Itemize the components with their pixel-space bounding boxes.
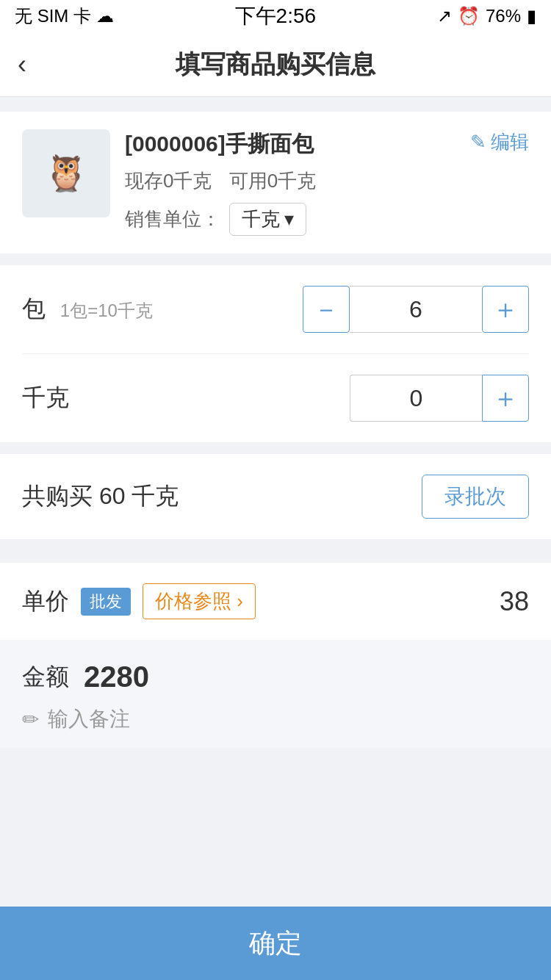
kg-plus-button[interactable]: ＋ [482, 375, 529, 422]
product-info: [0000006]手撕面包 现存0千克 可用0千克 销售单位： 千克 ▾ [125, 129, 529, 236]
status-bar: 无 SIM 卡 ☁ 下午2:56 ↗ ⏰ 76% ▮ [0, 0, 551, 32]
remark-row[interactable]: ✏ 输入备注 [22, 705, 529, 733]
unit-label: 销售单位： [125, 206, 220, 232]
nav-bar: ‹ 填写商品购买信息 [0, 32, 551, 97]
price-ref-button[interactable]: 价格参照 › [143, 583, 256, 619]
amount-row: 金额 2280 [22, 660, 529, 693]
edit-button[interactable]: ✎ 编辑 [470, 129, 529, 155]
kg-qty-input[interactable] [350, 375, 482, 422]
product-name: [0000006]手撕面包 [125, 129, 529, 159]
location-icon: ↗ [437, 6, 452, 26]
amount-value: 2280 [84, 660, 149, 693]
back-button[interactable]: ‹ [18, 49, 26, 80]
sim-status: 无 SIM 卡 ☁ [15, 4, 114, 28]
page-content: 🦉 [0000006]手撕面包 现存0千克 可用0千克 销售单位： 千克 ▾ ✎… [0, 112, 551, 980]
price-row: 单价 批发 价格参照 › 38 [22, 583, 529, 619]
confirm-button[interactable]: 确定 [0, 907, 551, 980]
status-right: ↗ ⏰ 76% ▮ [437, 6, 536, 26]
product-stock: 现存0千克 可用0千克 [125, 168, 529, 194]
product-thumbnail-icon: 🦉 [44, 153, 88, 194]
separator [0, 539, 551, 551]
bao-quantity-row: 包 1包=10千克 － ＋ [22, 265, 529, 354]
bao-label-area: 包 1包=10千克 [22, 293, 153, 325]
price-value: 38 [500, 586, 529, 617]
kg-quantity-row: 千克 ＋ [22, 354, 529, 442]
bao-qty-control: － ＋ [303, 286, 529, 333]
alarm-icon: ⏰ [458, 6, 480, 26]
bao-minus-button[interactable]: － [303, 286, 350, 333]
quantity-section: 包 1包=10千克 － ＋ 千克 ＋ [0, 265, 551, 442]
unit-value: 千克 [242, 206, 280, 232]
kg-qty-control: ＋ [350, 375, 529, 422]
available-value: 可用0千克 [229, 170, 316, 192]
product-image: 🦉 [22, 129, 110, 217]
product-unit-row: 销售单位： 千克 ▾ [125, 203, 529, 236]
price-label: 单价 [22, 586, 69, 618]
amount-label: 金额 [22, 661, 69, 693]
bao-label: 包 [22, 295, 46, 322]
page-title: 填写商品购买信息 [176, 48, 375, 82]
product-card: 🦉 [0000006]手撕面包 现存0千克 可用0千克 销售单位： 千克 ▾ ✎… [0, 112, 551, 253]
stock-value: 现存0千克 [125, 170, 212, 192]
batch-button[interactable]: 录批次 [422, 475, 529, 519]
status-time: 下午2:56 [235, 2, 317, 30]
remark-label: 输入备注 [48, 705, 130, 733]
battery-text: 76% [486, 6, 521, 26]
remark-icon: ✏ [22, 707, 39, 732]
price-badge: 批发 [81, 588, 131, 616]
kg-label: 千克 [22, 384, 69, 411]
edit-label: 编辑 [491, 129, 529, 155]
bao-qty-input[interactable] [350, 286, 482, 333]
status-left: 无 SIM 卡 ☁ [15, 4, 114, 28]
bao-hint: 1包=10千克 [60, 300, 153, 320]
battery-icon: ▮ [527, 6, 536, 26]
edit-icon: ✎ [470, 131, 486, 154]
dropdown-icon: ▾ [284, 208, 294, 231]
total-text: 共购买 60 千克 [22, 480, 179, 513]
amount-section: 金额 2280 ✏ 输入备注 [0, 640, 551, 748]
unit-select[interactable]: 千克 ▾ [229, 203, 306, 236]
price-section: 单价 批发 价格参照 › 38 [0, 563, 551, 640]
total-section: 共购买 60 千克 录批次 [0, 454, 551, 539]
kg-label-area: 千克 [22, 382, 69, 414]
bao-plus-button[interactable]: ＋ [482, 286, 529, 333]
